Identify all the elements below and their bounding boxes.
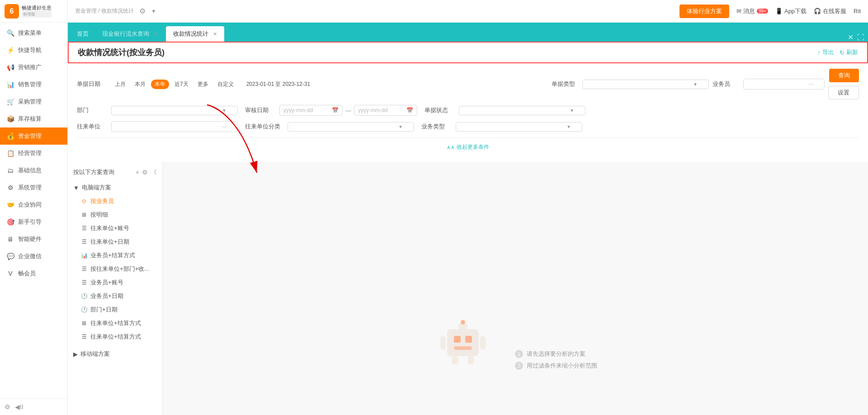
message-button[interactable]: ✉ 消息 99+ [736, 7, 768, 15]
tab-close-all-icon[interactable]: ✕ [848, 33, 854, 42]
tab-bank-close[interactable]: ✕ [154, 31, 158, 37]
date-tab-7days[interactable]: 近7天 [171, 80, 192, 89]
partner-select[interactable]: ··· [111, 121, 238, 132]
date-tab-last-month[interactable]: 上月 [111, 80, 129, 89]
date-tab-this-year[interactable]: 本年 [151, 80, 169, 89]
search-icon: 🔍 [6, 29, 14, 37]
sidebar-item-system[interactable]: ⚙ 系统管理 [0, 179, 67, 196]
scheme-item-salesperson-account[interactable]: ☰ 业务员+账号 [68, 276, 162, 289]
sidebar-item-wechat[interactable]: 💬 企业微信 [0, 248, 67, 265]
svg-rect-7 [480, 336, 486, 349]
sidebar-item-inventory[interactable]: 📦 库存核算 [0, 110, 67, 127]
message-icon: ✉ [736, 8, 741, 14]
empty-hint-2: 2 用过滤条件来缩小分析范围 [515, 362, 597, 370]
page-wrapper: 收款情况统计(按业务员) ↑ 导出 ↻ 刷新 单据日期 上月 本月 本年 [68, 42, 868, 415]
sidebar-item-hardware[interactable]: 🖥 智能硬件 [0, 231, 67, 248]
main-area: 资金管理 / 收款情况统计 ⚙ ▼ 体验行业方案 ✉ 消息 99+ 📱 App下… [68, 0, 868, 415]
header-dropdown-icon[interactable]: ▼ [151, 8, 156, 14]
salesperson-label: 业务员 [712, 80, 740, 88]
tab-maximize-icon[interactable]: ⛶ [857, 33, 864, 42]
tab-home[interactable]: 首页 [71, 26, 94, 42]
desktop-scheme-header[interactable]: ▼ 电脑端方案 [68, 181, 162, 194]
mobile-scheme-header[interactable]: ▶ 移动端方案 [68, 347, 162, 361]
refresh-icon: ↻ [840, 49, 844, 56]
sidebar-item-basic[interactable]: 🗂 基础信息 [0, 162, 67, 179]
app-download-button[interactable]: 📱 App下载 [775, 7, 807, 15]
dept-select[interactable]: ▼ [111, 106, 238, 115]
export-button[interactable]: ↑ 导出 [818, 48, 835, 57]
scheme-item-salesperson[interactable]: ⊙ 按业务员 [68, 194, 162, 208]
trial-button[interactable]: 体验行业方案 [679, 5, 729, 18]
page-title-bar: 收款情况统计(按业务员) ↑ 导出 ↻ 刷新 [68, 42, 868, 63]
salesperson-select[interactable]: ··· [743, 79, 825, 90]
hint-num-1: 1 [515, 350, 523, 358]
svg-rect-1 [454, 336, 461, 343]
user-avatar[interactable]: Rit [854, 8, 861, 14]
date-tab-this-month[interactable]: 本月 [131, 80, 149, 89]
filter-row-2: 部门 ▼ 审核日期 yyyy-mm-dd 📅 — yyyy-mm-dd 📅 [77, 105, 859, 116]
header-settings-icon[interactable]: ⚙ [139, 7, 146, 15]
title-actions: ↑ 导出 ↻ 刷新 [818, 48, 859, 57]
scheme-item-partner-account[interactable]: ☰ 往来单位+账号 [68, 222, 162, 235]
voucher-type-select[interactable]: ▼ [582, 80, 709, 89]
sidebar-item-purchase[interactable]: 🛒 采购管理 [0, 93, 67, 110]
tab-bank[interactable]: 现金银行流水查询 ✕ [95, 26, 165, 42]
sidebar-item-enterprise[interactable]: 🤝 企业协同 [0, 196, 67, 213]
capital-icon: 💰 [6, 132, 14, 140]
partner-dots: ··· [222, 123, 226, 130]
tab-receipt[interactable]: 收款情况统计 ✕ [166, 26, 224, 42]
add-scheme-button[interactable]: + [136, 169, 139, 176]
svg-rect-3 [454, 346, 472, 350]
scheme-item-detail[interactable]: ⊞ 按明细 [68, 208, 162, 222]
scheme-item-partner-settlement1[interactable]: ⊞ 往来单位+结算方式 [68, 316, 162, 330]
marketing-icon: 📢 [6, 63, 14, 71]
sidebar-nav: 🔍 搜索菜单 ⚡ 快捷导航 📢 营销推广 📊 销售管理 🛒 采购管理 📦 库存核… [0, 23, 67, 398]
sidebar-collapse-icon[interactable]: ◀II [15, 403, 24, 410]
app-edition: 标准版 [22, 11, 52, 18]
sidebar-item-shortcut[interactable]: ⚡ 快捷导航 [0, 42, 67, 59]
voucher-status-select[interactable]: ▼ [459, 106, 585, 115]
sidebar-item-guide[interactable]: 🎯 新手引导 [0, 213, 67, 231]
partner-date-icon: ☰ [80, 238, 88, 245]
partner-classify-select[interactable]: ▼ [288, 122, 414, 132]
date-tab-custom[interactable]: 自定义 [214, 80, 237, 89]
dept-label: 部门 [77, 106, 104, 114]
scheme-item-partner-dept[interactable]: ☰ 按往来单位+部门+收... [68, 262, 162, 276]
scheme-item-partner-settlement2[interactable]: ☰ 往来单位+结算方式 [68, 330, 162, 344]
enterprise-icon: 🤝 [6, 201, 14, 209]
service-icon: 🎧 [814, 8, 821, 14]
scheme-item-dept-date[interactable]: 🕐 部门+日期 [68, 303, 162, 316]
empty-state: 1 请先选择要分析的方案 2 用过滤条件来缩小分析范围 [434, 311, 597, 370]
sidebar-item-capital[interactable]: 💰 资金管理 [0, 127, 67, 145]
scheme-item-partner-date[interactable]: ☰ 往来单位+日期 [68, 235, 162, 249]
biz-type-chevron: ▼ [566, 124, 571, 129]
review-date-to[interactable]: yyyy-mm-dd 📅 [354, 105, 417, 116]
salesperson-account-icon: ☰ [80, 279, 88, 286]
review-date-from[interactable]: yyyy-mm-dd 📅 [279, 105, 343, 116]
query-button[interactable]: 查询 [829, 69, 859, 82]
sidebar-item-search[interactable]: 🔍 搜索菜单 [0, 24, 67, 42]
collapse-button[interactable]: ∧∧ 收起更多条件 [77, 141, 859, 154]
tab-receipt-close[interactable]: ✕ [213, 31, 217, 37]
empty-hint-1: 1 请先选择要分析的方案 [515, 350, 597, 358]
scheme-settings-button[interactable]: ⚙ [142, 169, 148, 176]
sidebar-settings-icon[interactable]: ⚙ [5, 403, 10, 410]
empty-illustration [434, 311, 492, 370]
review-date-range: yyyy-mm-dd 📅 — yyyy-mm-dd 📅 [279, 105, 417, 116]
svg-point-5 [461, 320, 465, 325]
scheme-item-salesperson-settlement[interactable]: 📊 业务员+结算方式 [68, 249, 162, 262]
sidebar-item-marketing[interactable]: 📢 营销推广 [0, 59, 67, 76]
settings-button[interactable]: 设置 [828, 86, 859, 99]
scheme-item-salesperson-date[interactable]: 🕐 业务员+日期 [68, 289, 162, 303]
biz-type-select[interactable]: ▼ [456, 122, 582, 132]
sidebar-bottom: ⚙ ◀II [0, 398, 67, 415]
sidebar-item-operations[interactable]: 📋 经营管理 [0, 145, 67, 162]
sidebar-item-sales[interactable]: 📊 销售管理 [0, 76, 67, 93]
date-tab-more[interactable]: 更多 [194, 80, 212, 89]
panel-header-label: 按以下方案查询 [73, 168, 114, 176]
tab-bar: 首页 现金银行流水查询 ✕ 收款情况统计 ✕ ✕ ⛶ [68, 23, 868, 42]
online-service-button[interactable]: 🎧 在线客服 [814, 7, 846, 15]
collapse-panel-button[interactable]: 《 [151, 168, 157, 176]
sidebar-item-member[interactable]: V 畅会员 [0, 265, 67, 282]
refresh-button[interactable]: ↻ 刷新 [840, 48, 858, 57]
